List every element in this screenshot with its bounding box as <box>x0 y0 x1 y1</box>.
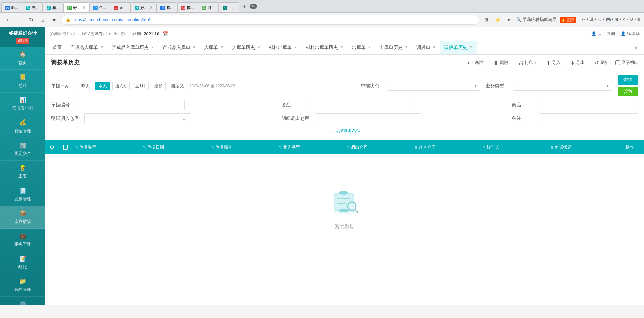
sidebar-item-assets[interactable]: 🏢 固定资产 <box>0 138 45 161</box>
th-settings[interactable]: ⚙ <box>45 144 58 150</box>
page-tab-home[interactable]: 首页 <box>48 41 66 55</box>
th-handler[interactable]: ⇅ 经手人 <box>480 144 548 150</box>
th-transfer-in[interactable]: ⇅ 调入仓库 <box>412 144 480 150</box>
th-transfer-out[interactable]: ⇅ 调出仓库 <box>344 144 412 150</box>
goods-filter-select[interactable]: ... <box>539 100 638 110</box>
display-toggle-checkbox[interactable] <box>615 60 620 65</box>
user-avatar[interactable]: 👤 徐泽华 <box>621 31 640 37</box>
sidebar-item-payroll[interactable]: 👷 工资 <box>0 161 45 183</box>
browser-tab-close-7[interactable]: ✕ <box>149 5 153 10</box>
th-doc-date[interactable]: ⇅ 单据日期 <box>140 144 208 150</box>
sidebar-item-tax[interactable]: 💼 税务管理 <box>0 229 45 251</box>
delete-button[interactable]: 🗑 删除 <box>490 58 512 67</box>
page-tab-11-close[interactable]: ✕ <box>469 45 473 50</box>
page-tab-3[interactable]: 产成品入库单 ✕ <box>158 41 200 55</box>
page-tab-1[interactable]: 产成品入库单 ✕ <box>66 41 108 55</box>
sidebar-item-ledger[interactable]: 📒 总账 <box>0 70 45 93</box>
browser-tab-8[interactable]: 腾 腾... <box>157 2 177 12</box>
address-bar[interactable]: 🔒 https://cloud.chanjet.com/accounting/u… <box>61 15 479 25</box>
column-settings-icon[interactable]: ⚙ <box>50 144 54 150</box>
browser-tab-10[interactable]: 各 各... <box>198 2 219 12</box>
manage-company-button[interactable]: ⚙ <box>120 30 125 37</box>
forward-button[interactable]: → <box>16 16 24 24</box>
sidebar-item-close[interactable]: 📝 结账 <box>0 251 45 274</box>
date-more-btn[interactable]: 更多 <box>151 82 166 90</box>
bookmark-button[interactable]: ★ <box>50 16 58 24</box>
remark-input[interactable] <box>309 100 415 110</box>
th-checkbox[interactable] <box>58 145 72 150</box>
page-tab-8-close[interactable]: ✕ <box>368 45 371 50</box>
extensions-button[interactable]: ⊞ <box>482 16 491 24</box>
date-today-btn[interactable]: 今天 <box>95 82 110 90</box>
query-button[interactable]: 查询 <box>618 75 638 85</box>
date-1month-btn[interactable]: 近1月 <box>132 82 149 90</box>
new-tab-button[interactable]: + <box>239 3 250 10</box>
page-tab-10-close[interactable]: ✕ <box>432 45 436 50</box>
refresh-button[interactable]: ↺ 刷新 <box>591 58 612 67</box>
close-all-button[interactable]: ✕ <box>631 45 641 51</box>
sidebar-item-settings[interactable]: ⚙️ 基础设置 <box>0 297 45 305</box>
browser-tab-3[interactable]: 易 易... <box>43 2 63 12</box>
page-tab-8[interactable]: 出库单 ✕ <box>348 41 375 55</box>
page-tab-1-close[interactable]: ✕ <box>100 45 103 50</box>
period-calendar-button[interactable]: 📅 <box>162 31 168 37</box>
browser-tab-close-4[interactable]: ✕ <box>82 5 86 10</box>
add-company-button[interactable]: + <box>114 30 118 38</box>
th-doc-no[interactable]: ⇅ 单据编号 <box>208 144 276 150</box>
page-tab-7-close[interactable]: ✕ <box>340 45 343 50</box>
sidebar-item-reports[interactable]: 📊 云报表中心 <box>0 93 45 115</box>
th-doc-type[interactable]: ⇅ 单据类型 <box>72 144 140 150</box>
page-tab-2[interactable]: 产成品入库单历史 ✕ <box>108 41 158 55</box>
page-tab-6-close[interactable]: ✕ <box>294 45 297 50</box>
collapse-filters-button[interactable]: ︿ 收起更多条件 <box>328 127 362 136</box>
sidebar-item-inventory[interactable]: 📦 库存核算 <box>0 206 45 229</box>
sidebar-item-home[interactable]: 🏠 首页 <box>0 47 45 70</box>
page-tab-5[interactable]: 入库单历史 ✕ <box>228 41 264 55</box>
browser-tab-7[interactable]: 好 好... ✕ <box>131 2 157 12</box>
browser-tab-6[interactable]: C 企... <box>110 2 131 12</box>
goods-dots[interactable]: ... <box>629 102 635 107</box>
user-service-link[interactable]: 👤 人工咨询 <box>591 31 615 37</box>
status-filter-select[interactable]: ▾ <box>388 81 480 91</box>
page-tab-11[interactable]: 调拨单历史 ✕ <box>440 41 477 55</box>
date-7days-btn[interactable]: 近7天 <box>112 82 130 90</box>
date-custom-btn[interactable]: 自定义 <box>168 82 187 90</box>
page-tab-2-close[interactable]: ✕ <box>151 45 154 50</box>
page-tab-9[interactable]: 出库单历史 ✕ <box>375 41 412 55</box>
page-tab-10[interactable]: 调拨单 ✕ <box>412 41 440 55</box>
detail-in-filter-select[interactable]: ... <box>84 113 191 123</box>
company-selector[interactable]: (勿删勿禁用) 江西服宝测试专用 ▾ <box>50 31 111 37</box>
display-toggle[interactable]: 显示明细 <box>615 60 638 66</box>
export-button[interactable]: ⬇ 导出 <box>567 58 588 67</box>
page-tab-7[interactable]: 材料出库单历史 ✕ <box>301 41 348 55</box>
detail-out-filter-select[interactable]: ... <box>315 113 421 123</box>
page-tab-3-close[interactable]: ✕ <box>192 45 196 50</box>
th-status[interactable]: ⇅ 单据状态 <box>548 144 616 150</box>
sidebar-item-invoice[interactable]: 🧾 发票管理 <box>0 183 45 206</box>
browser-tab-9[interactable]: M 畅... <box>177 2 198 12</box>
import-button[interactable]: ⬆ 导入 <box>543 58 564 67</box>
browser-tab-11[interactable]: S 目... <box>219 2 239 12</box>
print-button[interactable]: 🖨 打印 ▾ <box>515 58 540 67</box>
dropdown-button[interactable]: ▾ <box>505 16 513 24</box>
browser-tab-1[interactable]: W 新... <box>1 2 22 12</box>
date-yesterday-btn[interactable]: 昨天 <box>78 82 93 90</box>
page-tab-4[interactable]: 入库单 ✕ <box>200 41 228 55</box>
browser-tab-5[interactable]: 个 个... <box>89 2 110 12</box>
back-button[interactable]: ← <box>4 16 13 24</box>
browser-tab-2[interactable]: 易 易... <box>22 2 43 12</box>
sidebar-item-finance[interactable]: 💰 资金管理 <box>0 115 45 138</box>
select-all-checkbox[interactable] <box>63 145 68 150</box>
page-tab-9-close[interactable]: ✕ <box>405 45 408 50</box>
home-button[interactable]: ⌂ <box>38 16 47 24</box>
page-tab-6[interactable]: 材料出库单 ✕ <box>264 41 301 55</box>
detail-out-dots[interactable]: ... <box>412 116 418 121</box>
new-button[interactable]: + + 新增 <box>463 58 487 67</box>
browser-tab-4[interactable]: 好 好... ✕ <box>64 2 89 12</box>
sidebar-item-archive[interactable]: 📁 归档管理 <box>0 274 45 297</box>
settings-button[interactable]: 设置 <box>618 87 638 96</box>
refresh-button[interactable]: ↻ <box>27 16 36 24</box>
biz-type-filter-select[interactable]: ▾ <box>513 81 612 91</box>
detail-remark-input[interactable] <box>539 113 638 123</box>
lightning-button[interactable]: ⚡ <box>493 16 502 24</box>
